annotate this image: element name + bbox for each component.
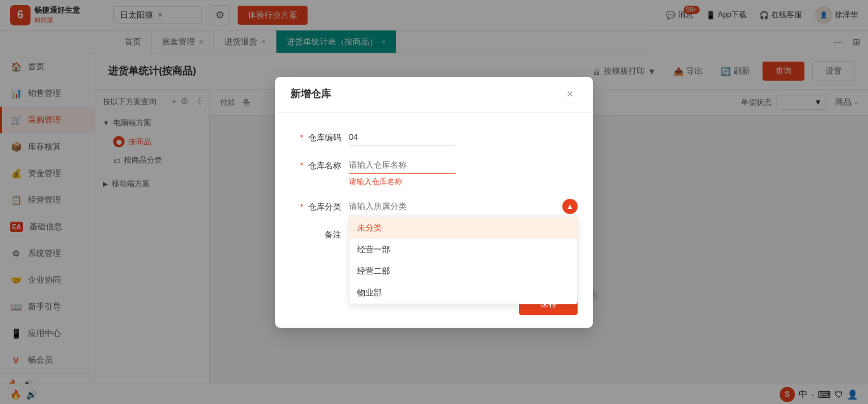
- modal-overlay: 新增仓库 × * 仓库编码 * 仓库名称: [0, 0, 868, 404]
- warehouse-name-error: 请输入仓库名称: [349, 177, 578, 187]
- warehouse-code-label: * 仓库编码: [290, 128, 341, 144]
- modal-title: 新增仓库: [290, 88, 331, 101]
- warehouse-code-input-wrapper: [349, 128, 578, 146]
- dropdown-option-ops1[interactable]: 经营一部: [349, 239, 577, 260]
- warehouse-name-row: * 仓库名称 请输入仓库名称: [290, 156, 578, 187]
- notes-label-field: 备注: [290, 226, 341, 241]
- modal-header: 新增仓库 ×: [275, 77, 593, 113]
- warehouse-category-dropdown: ▲ 未分类 经营一部 经营二部 物业部: [349, 198, 578, 215]
- warehouse-modal: 新增仓库 × * 仓库编码 * 仓库名称: [275, 77, 593, 328]
- warehouse-name-input-wrapper: 请输入仓库名称: [349, 156, 578, 187]
- dropdown-option-property[interactable]: 物业部: [349, 282, 577, 304]
- modal-close-button[interactable]: ×: [562, 87, 578, 102]
- modal-body: * 仓库编码 * 仓库名称 请输入仓库名称: [275, 113, 593, 286]
- warehouse-name-label: * 仓库名称: [290, 156, 341, 172]
- warehouse-category-label: * 仓库分类: [290, 198, 341, 213]
- dropdown-option-none[interactable]: 未分类: [349, 217, 577, 239]
- warehouse-name-input[interactable]: [349, 156, 456, 174]
- warehouse-category-row: * 仓库分类 ▲ 未分类 经营一部 经营二部 物业部: [290, 198, 578, 215]
- warehouse-category-input[interactable]: [349, 198, 578, 215]
- warehouse-code-row: * 仓库编码: [290, 128, 578, 146]
- warehouse-category-menu: 未分类 经营一部 经营二部 物业部: [349, 217, 578, 304]
- dropdown-option-ops2[interactable]: 经营二部: [349, 260, 577, 282]
- warehouse-code-input[interactable]: [349, 128, 456, 146]
- warehouse-category-arrow[interactable]: ▲: [562, 199, 578, 214]
